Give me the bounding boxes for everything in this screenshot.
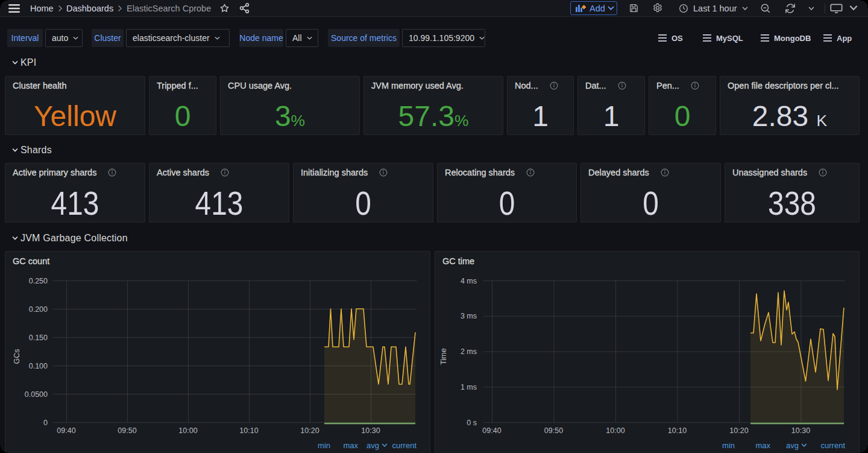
svg-text:2 ms: 2 ms bbox=[461, 347, 477, 356]
svg-text:10:20: 10:20 bbox=[300, 426, 319, 435]
svg-text:10:00: 10:00 bbox=[606, 426, 624, 435]
svg-text:GCs: GCs bbox=[13, 349, 21, 364]
svg-text:10:10: 10:10 bbox=[668, 426, 687, 435]
svg-text:10:30: 10:30 bbox=[361, 426, 380, 435]
svg-text:4 ms: 4 ms bbox=[461, 277, 477, 285]
svg-text:10:00: 10:00 bbox=[178, 426, 197, 435]
svg-text:0: 0 bbox=[43, 419, 48, 427]
svg-text:09:50: 09:50 bbox=[118, 426, 136, 435]
svg-text:1 ms: 1 ms bbox=[461, 383, 477, 391]
svg-text:0.100: 0.100 bbox=[29, 362, 48, 370]
svg-text:09:40: 09:40 bbox=[57, 426, 75, 435]
svg-text:3 ms: 3 ms bbox=[461, 312, 477, 320]
svg-text:Time: Time bbox=[439, 348, 448, 364]
svg-text:0.0500: 0.0500 bbox=[25, 390, 48, 399]
svg-text:0.150: 0.150 bbox=[29, 334, 48, 342]
svg-text:0.200: 0.200 bbox=[29, 305, 48, 314]
svg-text:10:20: 10:20 bbox=[729, 426, 748, 435]
svg-text:09:50: 09:50 bbox=[544, 426, 563, 435]
svg-text:0.250: 0.250 bbox=[29, 277, 48, 285]
svg-text:09:40: 09:40 bbox=[482, 426, 501, 435]
svg-text:10:30: 10:30 bbox=[791, 426, 810, 435]
svg-text:10:10: 10:10 bbox=[239, 426, 258, 435]
svg-text:0 s: 0 s bbox=[467, 419, 477, 427]
